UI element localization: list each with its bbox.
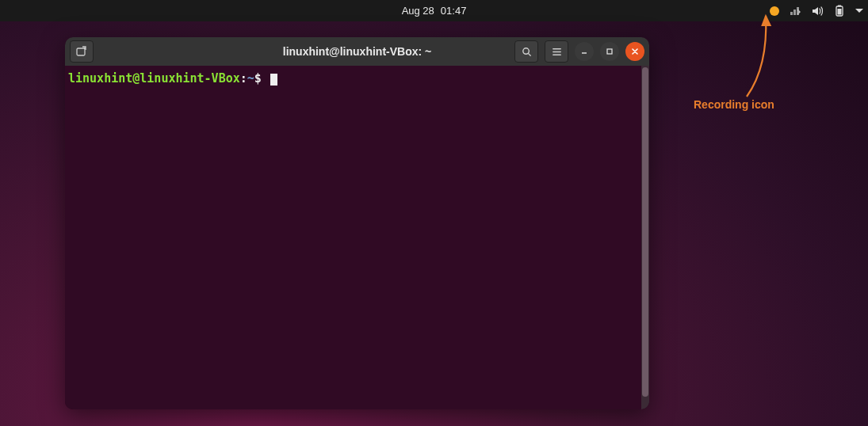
svg-rect-5 (607, 49, 612, 54)
titlebar: linuxhint@linuxhint-VBox: ~ (65, 37, 649, 66)
search-button[interactable] (514, 40, 538, 63)
new-tab-button[interactable] (70, 40, 94, 63)
annotation-arrow (732, 11, 796, 106)
svg-rect-3 (77, 48, 85, 55)
battery-icon[interactable] (833, 5, 846, 17)
prompt-path: ~ (247, 71, 254, 86)
scrollbar[interactable] (641, 66, 649, 409)
terminal-window: linuxhint@linuxhint-VBox: ~ (65, 37, 649, 409)
network-icon[interactable] (789, 5, 801, 17)
maximize-button[interactable] (600, 42, 619, 61)
window-title: linuxhint@linuxhint-VBox: ~ (283, 45, 431, 58)
minimize-button[interactable] (575, 42, 594, 61)
annotation-label: Recording icon (694, 98, 774, 111)
maximize-icon (605, 47, 614, 56)
close-icon (630, 47, 640, 56)
terminal-body[interactable]: linuxhint@linuxhint-VBox:~$ (65, 66, 649, 409)
topbar-time: 01:47 (441, 5, 467, 17)
prompt-user-host: linuxhint@linuxhint-VBox (68, 71, 240, 86)
hamburger-icon (551, 46, 563, 58)
scrollbar-thumb[interactable] (642, 67, 648, 397)
prompt-line: linuxhint@linuxhint-VBox:~$ (68, 70, 646, 86)
cursor-block (270, 74, 277, 86)
svg-rect-1 (838, 5, 841, 6)
volume-icon[interactable] (811, 5, 824, 17)
prompt-separator: : (240, 71, 247, 86)
menu-button[interactable] (545, 40, 568, 63)
prompt-symbol: $ (254, 71, 262, 86)
minimize-icon (579, 47, 589, 56)
topbar-date: Aug 28 (402, 5, 434, 17)
topbar: Aug 28 01:47 (0, 0, 868, 21)
svg-rect-2 (838, 9, 842, 15)
close-button[interactable] (625, 42, 644, 61)
clock-area[interactable]: Aug 28 01:47 (402, 5, 467, 17)
recording-icon[interactable] (770, 6, 779, 16)
search-icon (521, 46, 533, 58)
chevron-down-icon[interactable] (855, 9, 863, 13)
system-tray (770, 5, 863, 17)
